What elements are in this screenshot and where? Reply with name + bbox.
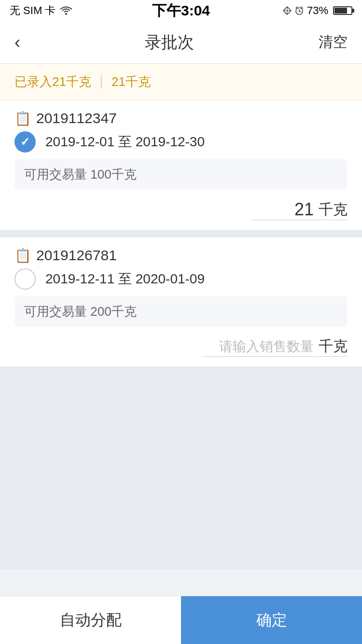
status-right: 73% <box>283 4 352 17</box>
clear-button[interactable]: 清空 <box>319 32 348 52</box>
auto-distribute-button[interactable]: 自动分配 <box>0 596 181 644</box>
batch2-radio[interactable] <box>14 268 36 290</box>
batch2-underline <box>203 356 348 357</box>
batch1-underline <box>251 220 348 220</box>
batch1-amount-row: 21 千克 <box>0 190 362 220</box>
batch2-date-row[interactable]: 2019-12-11 至 2020-01-09 <box>14 268 348 290</box>
batch1-underline-row <box>0 220 362 230</box>
recorded-qty-value: 21千克 <box>111 73 151 90</box>
batch1-amount-unit: 千克 <box>319 200 348 220</box>
batch1-date: 2019-12-01 至 2019-12-30 <box>45 133 205 151</box>
recorded-qty-label: 已录入21千克 <box>14 73 91 90</box>
batch2-date: 2019-12-11 至 2020-01-09 <box>45 270 205 288</box>
batch2-input-row: 请输入销售数量 千克 <box>0 327 362 356</box>
nav-bar: ‹ 录批次 清空 <box>0 21 362 64</box>
back-button[interactable]: ‹ <box>14 32 20 53</box>
batch2-icon: 📋 <box>14 248 31 264</box>
page-title: 录批次 <box>145 31 194 54</box>
status-time: 下午3:04 <box>152 1 210 21</box>
batch2-header: 📋 2019126781 <box>14 247 348 264</box>
batch2-id: 2019126781 <box>36 247 117 264</box>
status-left: 无 SIM 卡 <box>10 3 73 18</box>
batch2-underline-row <box>0 356 362 366</box>
battery-icon <box>333 6 352 15</box>
confirm-button[interactable]: 确定 <box>181 596 362 644</box>
sim-label: 无 SIM 卡 <box>10 3 56 18</box>
section-separator <box>0 230 362 238</box>
batch1-header: 📋 2019112347 <box>14 110 348 126</box>
batch1-radio[interactable] <box>14 131 36 153</box>
content-area: 📋 2019112347 2019-12-01 至 2019-12-30 可用交… <box>0 100 362 569</box>
alarm-icon <box>294 6 304 15</box>
batch2-input-placeholder: 请输入销售数量 <box>219 337 314 356</box>
info-banner: 已录入21千克 21千克 <box>0 64 362 100</box>
batch1-icon: 📋 <box>14 111 31 126</box>
svg-point-0 <box>65 13 67 15</box>
batch2-input-unit: 千克 <box>319 336 348 356</box>
status-bar: 无 SIM 卡 下午3:04 73% <box>0 0 362 21</box>
batch1-id: 2019112347 <box>36 110 117 126</box>
empty-area <box>0 366 362 569</box>
bottom-bar: 自动分配 确定 <box>0 596 362 644</box>
location-icon <box>283 6 292 15</box>
batch-card-1: 📋 2019112347 2019-12-01 至 2019-12-30 可用交… <box>0 100 362 230</box>
batch-card-2: 📋 2019126781 2019-12-11 至 2020-01-09 可用交… <box>0 238 362 366</box>
battery-percent: 73% <box>307 4 328 17</box>
batch1-amount-value: 21 <box>294 199 314 220</box>
wifi-icon <box>59 6 73 15</box>
banner-divider <box>101 75 102 89</box>
batch2-available-qty: 可用交易量 200千克 <box>14 296 348 327</box>
batch1-date-row[interactable]: 2019-12-01 至 2019-12-30 <box>14 131 348 153</box>
batch1-available-qty: 可用交易量 100千克 <box>14 159 348 190</box>
